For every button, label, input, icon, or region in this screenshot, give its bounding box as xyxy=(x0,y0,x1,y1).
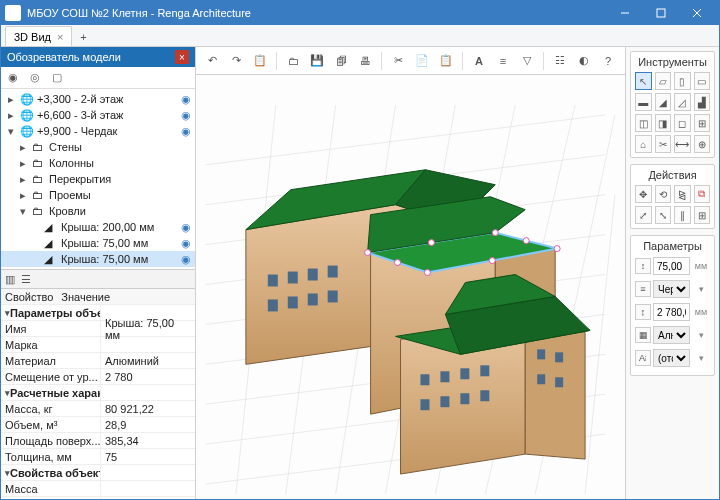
svg-rect-43 xyxy=(555,377,563,387)
maximize-button[interactable] xyxy=(643,1,679,25)
tree-category[interactable]: ▸🗀Проемы xyxy=(1,187,195,203)
material-select[interactable]: Алюминий xyxy=(653,326,690,344)
svg-rect-40 xyxy=(537,349,545,359)
save-button[interactable]: 💾 xyxy=(307,51,327,71)
tab-3d-view[interactable]: 3D Вид× xyxy=(5,26,72,46)
tool-room[interactable]: ⌂ xyxy=(635,135,652,153)
thickness-icon: ↕ xyxy=(635,258,651,274)
action-trim[interactable]: ⤢ xyxy=(635,206,652,224)
model-tree[interactable]: ▸🌐+3,300 - 2-й этаж◉ ▸🌐+6,600 - 3-й этаж… xyxy=(1,89,195,269)
eye-icon[interactable]: ◉ xyxy=(181,221,191,234)
prop-row: Объем, м³28,9 xyxy=(1,417,195,433)
tree-item-roof[interactable]: ◢Крыша: 75,00 мм◉ xyxy=(1,251,195,267)
cut-button[interactable]: ✂ xyxy=(388,51,408,71)
svg-point-16 xyxy=(365,250,371,256)
style-icon: Aᵢ xyxy=(635,350,651,366)
tool-stair[interactable]: ▟ xyxy=(694,93,711,111)
action-copy[interactable]: ⧉ xyxy=(694,185,711,203)
svg-rect-25 xyxy=(288,272,298,284)
action-offset[interactable]: ∥ xyxy=(674,206,691,224)
action-extend[interactable]: ⤡ xyxy=(655,206,672,224)
dropdown-icon: ▾ xyxy=(692,284,710,294)
tool-axis[interactable]: ⊕ xyxy=(694,135,711,153)
tool-window[interactable]: ◫ xyxy=(635,114,652,132)
tool-section[interactable]: ✂ xyxy=(655,135,672,153)
eye-icon[interactable]: ◉ xyxy=(181,109,191,122)
section-own[interactable]: Свойства объекта xyxy=(1,465,195,481)
tree-category[interactable]: ▸🗀Колонны xyxy=(1,155,195,171)
tree-item-roof[interactable]: ◢Крыша: 200,00 мм◉ xyxy=(1,219,195,235)
paste-button[interactable]: 📋 xyxy=(436,51,456,71)
tool-dimension[interactable]: ⟷ xyxy=(674,135,691,153)
copy-props-button[interactable]: 📋 xyxy=(250,51,270,71)
settings-button[interactable]: ≡ xyxy=(493,51,513,71)
tree-level[interactable]: ▾🌐+9,900 - Чердак◉ xyxy=(1,123,195,139)
tool-ramp[interactable]: ◿ xyxy=(674,93,691,111)
filter-icon[interactable]: ☰ xyxy=(21,273,31,286)
action-mirror[interactable]: ⧎ xyxy=(674,185,691,203)
prop-row: Наименование xyxy=(1,497,195,499)
props-header: Свойство Значение xyxy=(1,289,195,305)
filter-button[interactable]: ▽ xyxy=(517,51,537,71)
window-title: МБОУ СОШ №2 Клетня - Renga Architecture xyxy=(27,7,607,19)
visual-style-button[interactable]: ◐ xyxy=(574,51,594,71)
prop-row: Марка xyxy=(1,337,195,353)
isolate-icon[interactable]: ▢ xyxy=(49,70,65,86)
help-button[interactable]: ? xyxy=(598,51,618,71)
eye-icon[interactable]: ◉ xyxy=(181,237,191,250)
tree-level[interactable]: ▸🌐+3,300 - 2-й этаж◉ xyxy=(1,91,195,107)
eye-icon[interactable]: ◉ xyxy=(181,93,191,106)
text-button[interactable]: A xyxy=(469,51,489,71)
print-button[interactable]: 🖶 xyxy=(355,51,375,71)
tool-opening[interactable]: ◻ xyxy=(674,114,691,132)
grid-mode-icon[interactable]: ▥ xyxy=(5,273,15,286)
add-tab-button[interactable]: + xyxy=(74,28,92,46)
copy-button[interactable]: 📄 xyxy=(412,51,432,71)
visibility-toggle-icon[interactable]: ◎ xyxy=(27,70,43,86)
tree-level[interactable]: ▸🌐+6,600 - 3-й этаж◉ xyxy=(1,107,195,123)
tool-door[interactable]: ◨ xyxy=(655,114,672,132)
3d-viewport[interactable] xyxy=(196,75,625,499)
thickness-input[interactable] xyxy=(653,257,690,275)
offset-input[interactable] xyxy=(653,303,690,321)
tool-roof[interactable]: ◢ xyxy=(655,93,672,111)
tab-close-icon[interactable]: × xyxy=(57,31,63,43)
tree-category[interactable]: ▾🗀Кровли xyxy=(1,203,195,219)
tree-category[interactable]: ▸🗀Стены xyxy=(1,139,195,155)
actions-title: Действия xyxy=(635,169,710,181)
level-icon: 🌐 xyxy=(20,125,34,137)
tools-title: Инструменты xyxy=(635,56,710,68)
tool-wall[interactable]: ▱ xyxy=(655,72,672,90)
minimize-button[interactable] xyxy=(607,1,643,25)
action-array[interactable]: ⊞ xyxy=(694,206,711,224)
eye-icon[interactable]: ◉ xyxy=(181,253,191,266)
tool-railing[interactable]: ⊞ xyxy=(694,114,711,132)
svg-point-18 xyxy=(554,246,560,252)
action-rotate[interactable]: ⟲ xyxy=(655,185,672,203)
undo-button[interactable]: ↶ xyxy=(202,51,222,71)
svg-rect-32 xyxy=(420,374,429,385)
tool-beam[interactable]: ▬ xyxy=(635,93,652,111)
close-button[interactable] xyxy=(679,1,715,25)
export-button[interactable]: 🗐 xyxy=(331,51,351,71)
svg-rect-26 xyxy=(308,269,318,281)
svg-rect-28 xyxy=(268,299,278,311)
folder-icon: 🗀 xyxy=(32,141,46,153)
level-select[interactable]: Чердак xyxy=(653,280,690,298)
svg-point-22 xyxy=(489,258,495,264)
tool-column[interactable]: ▯ xyxy=(674,72,691,90)
tool-select[interactable]: ↖ xyxy=(635,72,652,90)
show-all-icon[interactable]: ◉ xyxy=(5,70,21,86)
eye-icon[interactable]: ◉ xyxy=(181,125,191,138)
manage-button[interactable]: ☷ xyxy=(550,51,570,71)
svg-rect-39 xyxy=(480,390,489,401)
action-move[interactable]: ✥ xyxy=(635,185,652,203)
style-select[interactable]: (отсутствует) xyxy=(653,349,690,367)
panel-close-button[interactable]: × xyxy=(175,50,189,64)
redo-button[interactable]: ↷ xyxy=(226,51,246,71)
section-calc[interactable]: Расчетные характеристики xyxy=(1,385,195,401)
tree-item-roof[interactable]: ◢Крыша: 75,00 мм◉ xyxy=(1,235,195,251)
tool-floor[interactable]: ▭ xyxy=(694,72,711,90)
open-button[interactable]: 🗀 xyxy=(283,51,303,71)
tree-category[interactable]: ▸🗀Перекрытия xyxy=(1,171,195,187)
